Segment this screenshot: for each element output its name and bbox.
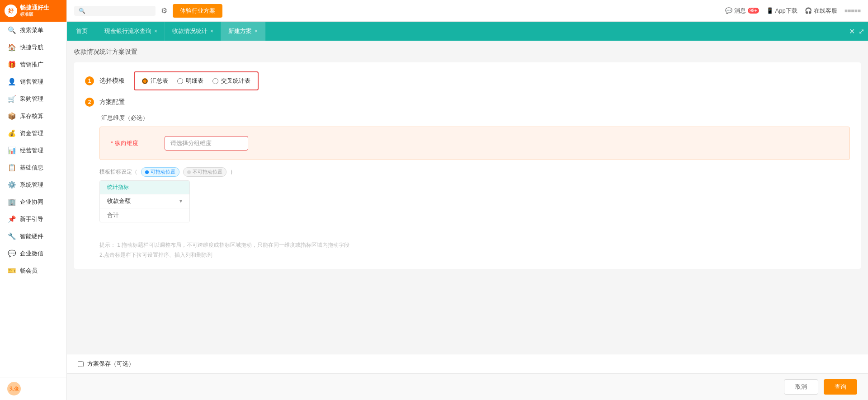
tab-stats-close[interactable]: ×: [210, 28, 213, 34]
message-btn[interactable]: 💬 消息 99+: [725, 7, 759, 15]
metrics-row-0[interactable]: 收款金额 ▾: [100, 194, 189, 208]
sidebar-item-label: 搜索菜单: [20, 26, 43, 34]
radio-summary[interactable]: 汇总表: [142, 77, 168, 85]
tab-new-plan[interactable]: 新建方案 ×: [221, 22, 265, 41]
save-row: 方案保存（可选）: [67, 354, 868, 373]
message-badge: 99+: [748, 8, 759, 14]
sidebar-item-search-menu[interactable]: 🔍 搜索菜单: [0, 22, 66, 39]
sidebar-item-finance[interactable]: 💰 资金管理: [0, 125, 66, 142]
finance-icon: 💰: [7, 129, 16, 137]
vertical-dim-label: 纵向维度: [111, 139, 138, 147]
tab-stats[interactable]: 收款情况统计 ×: [165, 22, 221, 41]
sidebar-item-label: 营销推广: [20, 61, 43, 69]
non-draggable-badge: 不可拖动位置: [183, 167, 226, 177]
hardware-icon: 🔧: [7, 232, 16, 240]
radio-cross-label: 交叉统计表: [221, 77, 250, 85]
tab-stats-label: 收款情况统计: [172, 27, 208, 35]
non-draggable-label: 不可拖动位置: [193, 169, 222, 175]
step1-row: 1 选择模板 汇总表 明细表 交叉统计表: [85, 71, 850, 90]
close-window-icon[interactable]: ✕: [849, 27, 855, 36]
dim-selector[interactable]: 请选择分组维度: [165, 136, 248, 151]
download-label: App下载: [775, 7, 797, 15]
sidebar-item-newbie[interactable]: 📌 新手引导: [0, 211, 66, 228]
radio-detail-label: 明细表: [186, 77, 203, 85]
system-icon: ⚙️: [7, 181, 16, 189]
radio-summary-label: 汇总表: [151, 77, 168, 85]
metrics-row-0-dropdown[interactable]: ▾: [179, 198, 182, 204]
cancel-button[interactable]: 取消: [784, 379, 818, 395]
sidebar-item-purchase[interactable]: 🛒 采购管理: [0, 90, 66, 108]
sidebar: 好 畅捷通好生 标准版 🔍 搜索菜单 🏠 快捷导航 🎁 营销推广 👤 销售管理 …: [0, 0, 67, 400]
tab-home-label: 首页: [76, 27, 88, 35]
sidebar-item-label: 企业微信: [20, 249, 43, 258]
subsection-title: 汇总维度（必选）: [99, 114, 850, 122]
logo-text-block: 畅捷通好生 标准版: [20, 4, 49, 18]
footer-bar: 取消 查询: [67, 373, 868, 400]
sidebar-item-wechat[interactable]: 💬 企业微信: [0, 245, 66, 262]
metrics-row-0-label: 收款金额: [107, 197, 131, 205]
sidebar-item-operation[interactable]: 📊 经营管理: [0, 142, 66, 159]
sidebar-bottom: 头像: [0, 377, 66, 400]
sidebar-item-hardware[interactable]: 🔧 智能硬件: [0, 228, 66, 245]
tab-home[interactable]: 首页: [67, 22, 97, 41]
radio-summary-input[interactable]: [142, 78, 148, 84]
sidebar-item-label: 资金管理: [20, 129, 43, 137]
tab-new-plan-close[interactable]: ×: [255, 28, 258, 34]
sidebar-item-label: 基础信息: [20, 164, 43, 172]
step1-label: 选择模板: [99, 77, 125, 85]
sidebar-item-label: 采购管理: [20, 95, 43, 103]
radio-cross[interactable]: 交叉统计表: [212, 77, 250, 85]
sidebar-item-member[interactable]: 🎫 畅会员: [0, 262, 66, 279]
sales-icon: 👤: [7, 78, 16, 86]
message-icon: 💬: [725, 7, 732, 14]
dim-selector-placeholder: 请选择分组维度: [170, 140, 212, 146]
step2-row: 2 方案配置: [85, 98, 850, 107]
gear-icon[interactable]: ⚙: [161, 6, 167, 15]
wechat-icon: 💬: [7, 249, 16, 258]
tab-bank[interactable]: 现金银行流水查询 ×: [97, 22, 165, 41]
trial-button[interactable]: 体验行业方案: [173, 4, 222, 18]
sidebar-item-corp[interactable]: 🏢 企业协同: [0, 193, 66, 211]
radio-cross-input[interactable]: [212, 78, 218, 84]
metrics-row-1: 合计: [100, 208, 189, 222]
tab-bank-close[interactable]: ×: [154, 28, 157, 34]
download-btn[interactable]: 📱 App下载: [766, 7, 797, 15]
dim-arrow: ——: [146, 140, 157, 147]
inventory-icon: 📦: [7, 112, 16, 120]
support-btn[interactable]: 🎧 在线客服: [805, 7, 837, 15]
maximize-icon[interactable]: ⤢: [859, 27, 864, 36]
message-label: 消息: [734, 7, 746, 15]
sidebar-item-sales[interactable]: 👤 销售管理: [0, 73, 66, 90]
header-right: 💬 消息 99+ 📱 App下载 🎧 在线客服 ■■■■■: [725, 7, 861, 15]
support-label: 在线客服: [814, 7, 837, 15]
sidebar-item-system[interactable]: ⚙️ 系统管理: [0, 176, 66, 193]
sidebar-item-marketing[interactable]: 🎁 营销推广: [0, 56, 66, 73]
sidebar-item-label: 经营管理: [20, 146, 43, 155]
sidebar-item-label: 新手引导: [20, 215, 43, 223]
query-button[interactable]: 查询: [824, 379, 857, 395]
draggable-dot: [145, 170, 149, 174]
search-menu-icon: 🔍: [7, 26, 16, 34]
radio-detail-input[interactable]: [177, 78, 183, 84]
tab-bar: 首页 现金银行流水查询 × 收款情况统计 × 新建方案 × ✕ ⤢: [67, 22, 868, 41]
metrics-section: 模板指标设定（ 可拖动位置 不可拖动位置 ）: [99, 167, 850, 224]
sidebar-item-basic[interactable]: 📋 基础信息: [0, 159, 66, 176]
save-checkbox[interactable]: [78, 361, 84, 367]
radio-detail[interactable]: 明细表: [177, 77, 203, 85]
header-search[interactable]: 🔍: [74, 6, 156, 16]
main-area: 🔍 ⚙ 体验行业方案 💬 消息 99+ 📱 App下载 🎧 在线客服 ■■■■■: [67, 0, 868, 400]
sidebar-item-quick-nav[interactable]: 🏠 快捷导航: [0, 39, 66, 56]
tips-line1: 提示： 1.拖动标题栏可以调整布局，不可跨维度或指标区域拖动，只能在同一维度或指…: [99, 240, 850, 250]
draggable-badge: 可拖动位置: [141, 167, 179, 177]
step2-content: 汇总维度（必选） 纵向维度 —— 请选择分组维度 模板: [85, 114, 850, 260]
metrics-row-1-label: 合计: [107, 212, 119, 218]
tab-bar-right: ✕ ⤢: [849, 27, 868, 36]
user-display: ■■■■■: [844, 8, 861, 14]
corp-icon: 🏢: [7, 198, 16, 206]
logo-sub: 标准版: [20, 11, 49, 18]
sidebar-logo: 好 畅捷通好生 标准版: [0, 0, 66, 22]
sidebar-item-inventory[interactable]: 📦 库存核算: [0, 108, 66, 125]
metrics-hint: 模板指标设定（ 可拖动位置 不可拖动位置 ）: [99, 167, 850, 177]
tab-new-plan-label: 新建方案: [228, 27, 252, 35]
avatar: 头像: [7, 382, 21, 395]
